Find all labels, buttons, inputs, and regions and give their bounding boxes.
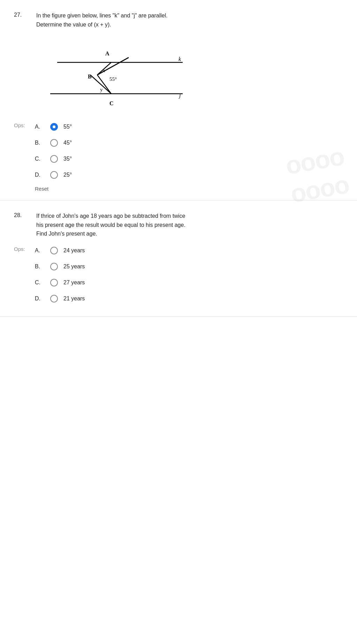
option-28-c[interactable]: C. 27 years — [35, 275, 85, 291]
option-28-b-text: 25 years — [63, 263, 85, 270]
option-27-d-letter: D. — [35, 172, 45, 178]
option-28-b-radio[interactable] — [50, 263, 58, 270]
option-27-c-radio[interactable] — [50, 155, 58, 163]
question-28-text: If thrice of John's age 18 years ago be … — [36, 212, 343, 238]
question-27-options: Ops: A. 55° B. 45° C. 35° — [14, 119, 343, 192]
ops-label-28: Ops: — [14, 243, 35, 252]
option-28-c-radio[interactable] — [50, 279, 58, 286]
option-27-b-radio[interactable] — [50, 139, 58, 147]
question-28-number: 28. — [14, 212, 28, 238]
svg-text:k: k — [178, 56, 181, 62]
question-27-figure: k A j B x 55° — [36, 37, 343, 110]
question-28-block: 28. If thrice of John's age 18 years ago… — [0, 200, 357, 317]
reset-button-27[interactable]: Reset — [35, 186, 343, 192]
option-27-d-text: 25° — [63, 172, 72, 178]
options-list-28: A. 24 years B. 25 years C. 27 years D. — [35, 243, 85, 307]
option-27-c-letter: C. — [35, 156, 45, 162]
svg-text:55°: 55° — [109, 76, 117, 82]
question-28-options: Ops: A. 24 years B. 25 years C. 27 years — [14, 243, 343, 307]
ops-label-27: Ops: — [14, 119, 35, 128]
option-27-b-text: 45° — [63, 140, 72, 146]
svg-text:C: C — [109, 100, 114, 106]
option-27-d[interactable]: D. 25° — [35, 167, 72, 183]
svg-line-6 — [97, 58, 129, 75]
svg-text:y: y — [100, 87, 103, 92]
option-28-b-letter: B. — [35, 263, 45, 270]
option-28-a-text: 24 years — [63, 247, 85, 254]
option-27-a-letter: A. — [35, 124, 45, 130]
option-28-c-letter: C. — [35, 279, 45, 286]
option-27-c[interactable]: C. 35° — [35, 151, 72, 167]
option-27-c-text: 35° — [63, 156, 72, 162]
option-28-a-letter: A. — [35, 247, 45, 254]
svg-text:j: j — [178, 92, 181, 99]
option-28-a-radio[interactable] — [50, 247, 58, 254]
option-27-b[interactable]: B. 45° — [35, 135, 72, 151]
option-27-a-radio[interactable] — [50, 123, 58, 131]
option-28-a[interactable]: A. 24 years — [35, 243, 85, 259]
option-28-c-text: 27 years — [63, 279, 85, 286]
question-27-block: 27. In the figure given below, lines "k"… — [0, 0, 357, 200]
svg-text:B: B — [88, 74, 92, 79]
option-28-d-radio[interactable] — [50, 295, 58, 302]
svg-text:A: A — [105, 51, 109, 56]
option-27-b-letter: B. — [35, 140, 45, 146]
option-27-d-radio[interactable] — [50, 171, 58, 179]
question-27-number: 27. — [14, 11, 28, 29]
option-27-a-text: 55° — [63, 124, 72, 130]
option-28-d-letter: D. — [35, 296, 45, 302]
svg-text:x: x — [102, 68, 105, 73]
option-28-d[interactable]: D. 21 years — [35, 291, 85, 307]
question-27-text: In the figure given below, lines "k" and… — [36, 11, 343, 29]
option-28-d-text: 21 years — [63, 296, 85, 302]
options-list-27: A. 55° B. 45° C. 35° D. — [35, 119, 72, 183]
svg-line-7 — [97, 75, 111, 94]
option-27-a[interactable]: A. 55° — [35, 119, 72, 135]
option-28-b[interactable]: B. 25 years — [35, 259, 85, 275]
